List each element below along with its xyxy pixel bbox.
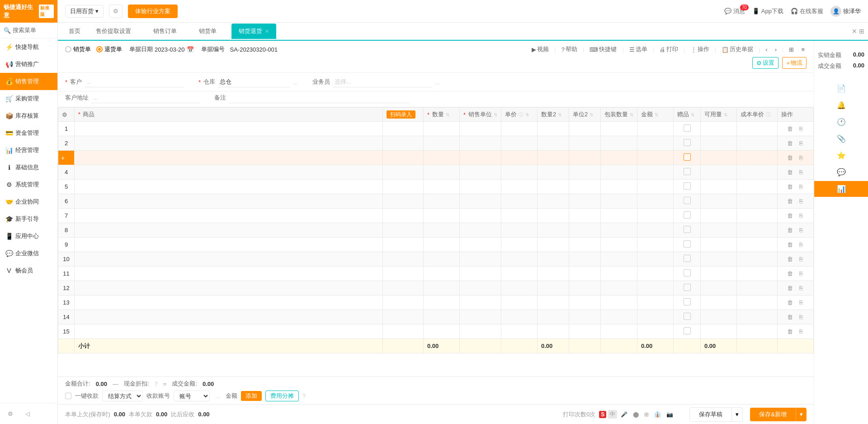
help-btn[interactable]: ? 帮助 — [560, 44, 579, 54]
select-btn[interactable]: ☰ 选单 — [627, 44, 649, 54]
tab-price-close[interactable]: ✕ — [134, 29, 138, 34]
sidebar-item-quick[interactable]: ⚡ 快捷导航 — [0, 38, 57, 56]
sidebar-item-search[interactable]: 🔍 搜索菜单 — [0, 23, 57, 38]
price-cell-2[interactable] — [501, 136, 538, 151]
history-btn[interactable]: 📋 历史单据 — [720, 44, 755, 54]
right-icon-5[interactable]: ⭐ — [814, 148, 868, 163]
print-btn[interactable]: 🖨 打印 — [658, 44, 680, 54]
right-icon-3[interactable]: 🕐 — [814, 114, 868, 130]
service-btn[interactable]: 🎧 在线客服 — [791, 7, 823, 15]
right-icon-1[interactable]: 📄 — [814, 81, 868, 96]
product-cell-3[interactable] — [75, 151, 383, 165]
right-icon-6[interactable]: 💬 — [814, 164, 868, 180]
copy9[interactable]: ⎘ — [797, 240, 806, 249]
amount-cell-1[interactable] — [637, 122, 674, 136]
tab-home[interactable]: 首页 — [61, 24, 88, 39]
sidebar-collapse-btn[interactable]: ◁ — [21, 407, 34, 420]
qty2-sort-icon[interactable]: ⇅ — [558, 112, 561, 117]
p13[interactable] — [75, 295, 383, 310]
gift-checkbox-2[interactable] — [684, 139, 691, 146]
del7[interactable]: 🗑 — [786, 211, 795, 220]
unit2-cell-1[interactable] — [569, 122, 601, 136]
sidebar-item-inventory[interactable]: 📦 库存核算 — [0, 107, 57, 124]
tab-window-close-btn[interactable]: ✕ — [852, 28, 857, 35]
available-cell-1[interactable] — [701, 122, 737, 136]
pack-sort-icon[interactable]: ⇅ — [630, 112, 633, 117]
sidebar-item-member[interactable]: V 畅会员 — [0, 262, 57, 279]
sidebar-settings-btn[interactable]: ⚙ — [4, 407, 17, 420]
row-add-btn[interactable]: + — [58, 151, 75, 165]
th-settings[interactable]: ⚙ — [58, 108, 75, 122]
amount-cell-2[interactable] — [637, 136, 674, 151]
delete-btn-1[interactable]: 🗑 — [786, 124, 795, 133]
account-select[interactable]: 账号 — [174, 391, 210, 401]
qty2-cell-2[interactable] — [538, 136, 569, 151]
sidebar-item-system[interactable]: ⚙ 系统管理 — [0, 176, 57, 193]
right-icon-2[interactable]: 🔔 — [814, 97, 868, 113]
copy14[interactable]: ⎘ — [797, 313, 806, 322]
salesperson-dots[interactable]: ... — [435, 79, 440, 86]
copy13[interactable]: ⎘ — [797, 298, 806, 307]
copy-btn-1[interactable]: ⎘ — [797, 124, 806, 133]
del14[interactable]: 🗑 — [786, 313, 795, 322]
del5[interactable]: 🗑 — [786, 182, 795, 191]
available-cell-3[interactable] — [701, 151, 737, 165]
fee-btn[interactable]: 费用分摊 — [265, 391, 299, 401]
sidebar-item-appstore[interactable]: 📱 应用中心 — [0, 228, 57, 245]
gift-cell-3[interactable] — [674, 151, 701, 165]
tab-sales-order-close[interactable]: ✕ — [179, 29, 184, 34]
topbar-gear-btn[interactable]: ⚙ — [109, 5, 123, 18]
fee-help-icon[interactable]: ? — [302, 393, 306, 400]
product-input-3[interactable] — [78, 154, 379, 161]
tab-sales-return-close[interactable]: ✕ — [265, 29, 269, 34]
customer-dots[interactable]: ... — [86, 78, 91, 85]
sidebar-item-operation[interactable]: 📊 经营管理 — [0, 142, 57, 159]
delete-btn-3[interactable]: 🗑 — [786, 153, 795, 162]
pack-cell-2[interactable] — [601, 136, 637, 151]
gift-sort-icon[interactable]: ⇅ — [691, 112, 694, 117]
copy5[interactable]: ⎘ — [797, 182, 806, 191]
amount-sort-icon[interactable]: ⇅ — [655, 112, 658, 117]
app-download-btn[interactable]: 📱 App下载 — [752, 7, 783, 15]
customer-input[interactable]: ... — [85, 76, 184, 87]
qty-cell-3[interactable] — [423, 151, 459, 165]
unit-cell-3[interactable] — [459, 151, 501, 165]
amount-cell-3[interactable] — [637, 151, 674, 165]
copy8[interactable]: ⎘ — [797, 226, 806, 235]
cost-info-icon[interactable]: ⓘ — [766, 111, 771, 118]
radio-sales[interactable]: 销货单 — [65, 45, 91, 53]
unit2-sort-icon[interactable]: ⇅ — [590, 112, 593, 117]
p7[interactable] — [75, 209, 383, 223]
p6[interactable] — [75, 194, 383, 209]
tab-sales-close[interactable]: ✕ — [219, 29, 223, 34]
del6[interactable]: 🗑 — [786, 197, 795, 206]
del12[interactable]: 🗑 — [786, 284, 795, 293]
gift-checkbox-1[interactable] — [684, 124, 691, 132]
sidebar-item-finance[interactable]: 💳 资金管理 — [0, 124, 57, 142]
qty2-cell-3[interactable] — [538, 151, 569, 165]
price-info-icon[interactable]: ⓘ — [519, 111, 524, 118]
cost-cell-2[interactable] — [737, 136, 778, 151]
save-draft-chevron[interactable]: ▾ — [732, 407, 743, 422]
calc-method-select[interactable]: 结算方式 — [102, 391, 143, 401]
product-cell-1[interactable] — [75, 122, 383, 136]
logistics-btn[interactable]: + 物流 — [782, 57, 807, 69]
sidebar-item-marketing[interactable]: 📢 营销推广 — [0, 56, 57, 73]
qty2-cell-1[interactable] — [538, 122, 569, 136]
p5[interactable] — [75, 180, 383, 194]
sidebar-item-wechat[interactable]: 💬 企业微信 — [0, 245, 57, 262]
p11[interactable] — [75, 267, 383, 281]
available-cell-2[interactable] — [701, 136, 737, 151]
price-cell-1[interactable] — [501, 122, 538, 136]
p14[interactable] — [75, 310, 383, 324]
unit2-cell-2[interactable] — [569, 136, 601, 151]
address-input[interactable]: ... — [91, 92, 200, 103]
price-sort-icon[interactable]: ⇅ — [525, 112, 529, 117]
copy6[interactable]: ⎘ — [797, 197, 806, 206]
unit2-cell-3[interactable] — [569, 151, 601, 165]
del15[interactable]: 🗑 — [786, 327, 795, 336]
del8[interactable]: 🗑 — [786, 226, 795, 235]
sidebar-item-purchase[interactable]: 🛒 采购管理 — [0, 90, 57, 107]
unit-sort-icon[interactable]: ⇅ — [494, 112, 497, 117]
p4[interactable] — [75, 165, 383, 180]
